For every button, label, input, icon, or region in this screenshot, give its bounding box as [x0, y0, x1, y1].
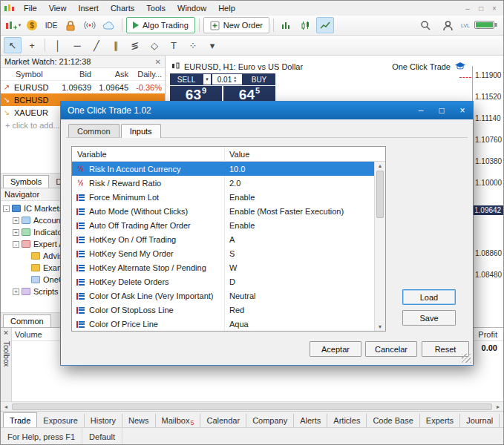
close-icon[interactable]: ✕ [155, 58, 161, 66]
ask-column-header[interactable]: Ask [94, 70, 131, 79]
scroll-left-icon[interactable]: ◂ [1, 403, 11, 410]
tab-journal[interactable]: Journal [460, 414, 500, 427]
minimize-icon[interactable]: – [410, 102, 431, 119]
trendline-tool-icon[interactable]: ╱ [88, 37, 105, 53]
signals-icon[interactable] [81, 17, 99, 33]
expand-icon[interactable]: + [13, 229, 19, 236]
input-row-color-of-ask-line-very-important[interactable]: Color Of Ask Line (Very Important)Neutra… [72, 289, 374, 303]
cursor-icon[interactable]: ↖ [4, 37, 22, 53]
metaeditor-ide-button[interactable]: IDE [42, 17, 60, 33]
line-chart-mode-icon[interactable] [316, 17, 334, 33]
buy-button[interactable]: BUY [243, 73, 275, 85]
menu-item-view[interactable]: View [43, 1, 73, 15]
arrows-tool-icon[interactable]: ⁘ [184, 37, 202, 53]
channel-tool-icon[interactable]: ∥ [107, 37, 125, 53]
input-row-risk-reward-ratio[interactable]: Risk / Reward Ratio2.0 [72, 176, 374, 190]
variable-column-header[interactable]: Variable [72, 147, 224, 161]
dialog-title-bar[interactable]: One Click Trade 1.02 –□× [61, 102, 473, 119]
profiles-icon[interactable]: $ [23, 17, 41, 33]
menu-item-window[interactable]: Window [171, 1, 212, 15]
account-icon[interactable] [439, 17, 456, 33]
lot-size-field[interactable]: 0.01 ▲▼ [212, 73, 243, 85]
tab-exposure[interactable]: Exposure [37, 414, 84, 427]
status-profile[interactable]: Default [82, 428, 122, 445]
menu-item-insert[interactable]: Insert [72, 1, 105, 15]
search-icon[interactable] [416, 17, 434, 33]
tab-experts[interactable]: Experts [420, 414, 460, 427]
tab-common[interactable]: Common [3, 314, 51, 327]
algo-trading-button[interactable]: Algo Trading [126, 17, 195, 33]
horizontal-scrollbar[interactable]: ◂ ▸ [1, 401, 503, 411]
community-lock-icon[interactable] [62, 17, 79, 33]
menu-item-charts[interactable]: Charts [105, 1, 140, 15]
sell-button[interactable]: SELL [170, 73, 203, 85]
oneclick-panel-header[interactable]: One Click Trade [392, 62, 466, 72]
close-icon[interactable]: ✕ [3, 329, 9, 337]
close-icon[interactable]: × [488, 2, 501, 14]
tab-articles[interactable]: Articles [327, 414, 367, 427]
vertical-line-tool-icon[interactable]: │ [49, 37, 67, 53]
input-row-hotkey-send-my-order[interactable]: HotKey Send My OrderS [72, 246, 374, 260]
input-row-force-minimum-lot[interactable]: Force Minimum LotEnable [72, 190, 374, 204]
input-row-auto-off-trading-after-order[interactable]: Auto Off Trading After OrderEnable [72, 218, 374, 232]
dialog-tab-inputs[interactable]: Inputs [121, 124, 161, 138]
bid-column-header[interactable]: Bid [56, 70, 94, 79]
scroll-down-icon[interactable]: ▼ [375, 324, 385, 329]
text-tool-icon[interactable]: T [165, 37, 183, 53]
input-row-color-of-stoploss-line[interactable]: Color Of StopLoss LineRed [72, 303, 374, 317]
tab-company[interactable]: Company [246, 414, 294, 427]
maximize-icon[interactable]: □ [474, 2, 488, 14]
close-icon[interactable]: × [452, 102, 473, 119]
crosshair-icon[interactable]: + [23, 37, 41, 53]
scroll-right-icon[interactable]: ▸ [493, 403, 503, 410]
collapse-icon[interactable]: - [13, 241, 19, 248]
lot-stepper[interactable]: ▲▼ [233, 76, 237, 83]
load-button[interactable]: Load [402, 289, 456, 305]
input-row-hotkey-on-off-trading[interactable]: HotKey On / Off TradingA [72, 232, 374, 246]
input-row-risk-in-account-currency[interactable]: Risk In Account Currency10.0 [72, 162, 374, 176]
dialog-tab-common[interactable]: Common [68, 124, 120, 138]
volume-column-header[interactable]: Volume [12, 330, 42, 339]
tab-calendar[interactable]: Calendar [200, 414, 246, 427]
dialog-scrollbar[interactable]: ▲ ▼ [374, 162, 385, 331]
lot-dropdown-icon[interactable]: ▼ [203, 73, 212, 85]
maximize-icon[interactable]: □ [431, 102, 452, 119]
tab-alerts[interactable]: Alerts [294, 414, 327, 427]
cloud-icon[interactable] [100, 17, 118, 33]
horizontal-line-tool-icon[interactable]: ─ [68, 37, 86, 53]
bar-chart-mode-icon[interactable] [278, 17, 295, 33]
market-watch-row-eurusd[interactable]: ↗EURUSD1.096391.09645-0.36% [1, 81, 165, 93]
value-column-header[interactable]: Value [224, 147, 385, 161]
candlestick-mode-icon[interactable] [297, 17, 315, 33]
resize-grip[interactable] [462, 354, 471, 363]
tab-code-base[interactable]: Code Base [367, 414, 419, 427]
scrollbar-thumb[interactable] [376, 171, 384, 218]
input-row-hotkey-delete-orders[interactable]: HotKey Delete OrdersD [72, 274, 374, 289]
price-scale[interactable]: 1.119001.115201.111401.107601.103801.100… [472, 66, 503, 327]
input-row-hotkey-alternate-stop-pending[interactable]: HotKey Alternate Stop / PendingW [72, 260, 374, 274]
tab-trade[interactable]: Trade [3, 412, 37, 427]
shapes-tool-icon[interactable]: ◇ [145, 37, 163, 53]
market-watch-tab-symbols[interactable]: Symbols [3, 175, 49, 188]
new-order-button[interactable]: New Order [203, 17, 269, 33]
scroll-up-icon[interactable]: ▲ [375, 163, 385, 168]
tab-news[interactable]: News [122, 414, 156, 427]
fibonacci-tool-icon[interactable]: ≶ [126, 37, 144, 53]
objects-dropdown-icon[interactable]: ▾ [203, 37, 221, 53]
tab-history[interactable]: History [85, 414, 122, 427]
scrollbar-thumb[interactable] [12, 403, 492, 410]
daily-column-header[interactable]: Daily... [131, 70, 165, 79]
cancel-button[interactable]: Cancelar [365, 341, 417, 357]
expand-icon[interactable]: + [13, 289, 19, 295]
expand-icon[interactable]: + [13, 217, 19, 224]
save-button[interactable]: Save [402, 310, 456, 326]
collapse-icon[interactable]: - [3, 205, 10, 212]
menu-item-help[interactable]: Help [212, 1, 241, 15]
menu-item-file[interactable]: File [18, 1, 43, 15]
accept-button[interactable]: Aceptar [310, 341, 361, 357]
tab-mailbox[interactable]: Mailbox5 [156, 414, 201, 427]
minimize-icon[interactable]: – [461, 2, 474, 14]
input-row-color-of-price-line[interactable]: Color Of Price LineAqua [72, 317, 374, 331]
input-row-auto-mode-without-clicks[interactable]: Auto Mode (Without Clicks)Enable (Most F… [72, 204, 374, 218]
toolbox-vertical-tab[interactable]: Toolbox [2, 341, 10, 366]
